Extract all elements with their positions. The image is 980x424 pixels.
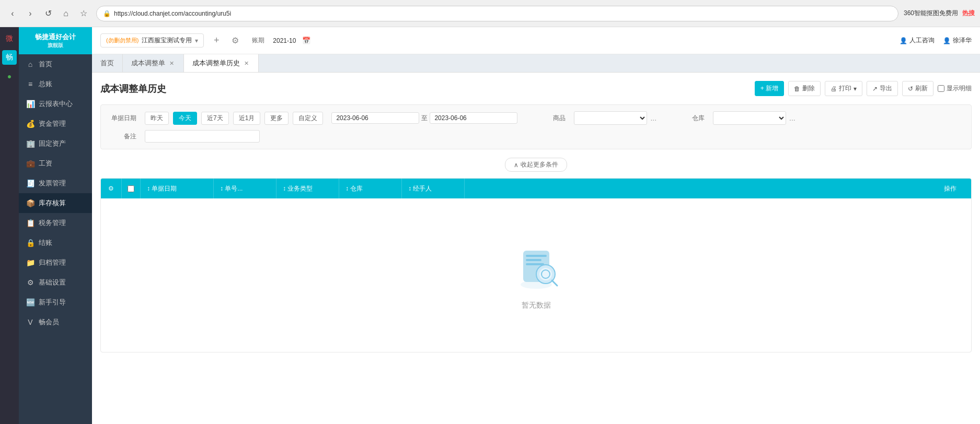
settings-icon[interactable]: ⚙	[229, 34, 241, 47]
calendar-icon[interactable]: 📅	[302, 37, 310, 44]
rail-item-app[interactable]: 畅	[2, 50, 17, 65]
company-warn: (勿删勿禁用)	[106, 37, 139, 44]
date-range-separator: 至	[421, 114, 428, 123]
browser-chrome: ‹ › ↺ ⌂ ☆ 🔒 https://cloud.chanjet.com/ac…	[0, 0, 980, 27]
rail-item-green[interactable]: ●	[2, 69, 17, 84]
print-button[interactable]: 🖨 打印 ▾	[825, 81, 862, 96]
home-button[interactable]: ⌂	[59, 6, 73, 21]
warehouse-select[interactable]	[713, 111, 786, 125]
display-toggle-checkbox[interactable]	[938, 85, 944, 92]
warehouse-filter-label: 仓库	[677, 114, 705, 123]
tab-cost-adjust-close[interactable]: ✕	[168, 60, 175, 67]
sidebar-icon-home: ⌂	[26, 60, 34, 68]
th-checkbox[interactable]	[122, 179, 141, 198]
refresh-button[interactable]: ↺ 刷新	[902, 81, 933, 96]
date-filter-row: 单据日期 昨天 今天 近7天 近1月 更多 自定义 至	[109, 111, 963, 125]
select-all-checkbox[interactable]	[128, 185, 134, 192]
product-select[interactable]	[574, 111, 647, 125]
sidebar-item-home[interactable]: ⌂ 首页	[19, 54, 92, 74]
date-today-button[interactable]: 今天	[173, 112, 197, 125]
sidebar-logo: 畅捷通好会计 旗舰版	[19, 27, 92, 54]
th-type[interactable]: ↕ 业务类型	[276, 179, 339, 198]
export-label: 导出	[880, 84, 892, 93]
th-gear[interactable]: ⚙	[101, 179, 122, 198]
date-filter: 昨天 今天 近7天 近1月 更多 自定义	[145, 112, 323, 125]
sidebar-label-archive: 归档管理	[39, 258, 66, 267]
tab-home[interactable]: 首页	[92, 54, 123, 72]
back-button[interactable]: ‹	[5, 6, 20, 21]
delete-label: 删除	[802, 84, 815, 93]
warehouse-filter-wrapper: ...	[713, 111, 795, 125]
sidebar-item-vip[interactable]: V 畅会员	[19, 312, 92, 332]
date-yesterday-button[interactable]: 昨天	[145, 112, 169, 125]
sidebar-item-tax[interactable]: 📋 税务管理	[19, 213, 92, 233]
delete-icon: 🗑	[794, 85, 800, 92]
sidebar-label-funds: 资金管理	[39, 119, 66, 128]
service-button[interactable]: 👤 人工咨询	[900, 36, 935, 45]
tab-cost-adjust[interactable]: 成本调整单 ✕	[123, 54, 184, 72]
url-text: https://cloud.chanjet.com/accounting/uru…	[114, 10, 231, 17]
new-button[interactable]: + 新增	[755, 81, 784, 96]
date-custom-button[interactable]: 自定义	[293, 112, 323, 125]
tab-cost-adjust-history[interactable]: 成本调整单历史 ✕	[184, 54, 259, 72]
th-warehouse[interactable]: ↕ 仓库	[339, 179, 402, 198]
page-title: 成本调整单历史	[100, 83, 166, 95]
svg-rect-2	[526, 255, 547, 257]
remark-input[interactable]	[145, 130, 260, 143]
sidebar-item-reports[interactable]: 📊 云报表中心	[19, 94, 92, 114]
top-bar: (勿删勿禁用) 江西服宝测试专用 ▾ + ⚙ 账期 2021-10 📅 👤 人工…	[92, 27, 980, 54]
table-header: ⚙ ↕ 单据日期 ↕ 单号... ↕ 业务类型 ↕ 仓库	[101, 179, 971, 198]
th-num[interactable]: ↕ 单号...	[214, 179, 276, 198]
date-1month-button[interactable]: 近1月	[233, 112, 261, 125]
address-bar[interactable]: 🔒 https://cloud.chanjet.com/accounting/u…	[96, 6, 898, 21]
sidebar-item-archive[interactable]: 📁 归档管理	[19, 253, 92, 273]
logo-title: 畅捷通好会计	[35, 32, 76, 42]
sidebar-icon-invoices: 🧾	[26, 179, 34, 187]
sidebar-label-payroll: 工资	[39, 159, 52, 168]
app-container: 微 畅 ● 畅捷通好会计 旗舰版 ⌂ 首页 ≡ 总账 📊 云报表中心 💰 资金管…	[0, 27, 980, 424]
user-name: 徐泽华	[953, 36, 972, 45]
forward-button[interactable]: ›	[23, 6, 38, 21]
tab-cost-adjust-history-close[interactable]: ✕	[243, 60, 250, 67]
sidebar: 畅捷通好会计 旗舰版 ⌂ 首页 ≡ 总账 📊 云报表中心 💰 资金管理 🏢 固定…	[19, 27, 92, 424]
nav-buttons: ‹ › ↺ ⌂ ☆	[5, 6, 91, 21]
add-tab-button[interactable]: +	[210, 34, 223, 47]
date-7days-button[interactable]: 近7天	[201, 112, 229, 125]
sidebar-item-invoices[interactable]: 🧾 发票管理	[19, 173, 92, 193]
date-more-button[interactable]: 更多	[264, 112, 289, 125]
th-operator[interactable]: ↕ 经手人	[402, 179, 465, 198]
main-area: (勿删勿禁用) 江西服宝测试专用 ▾ + ⚙ 账期 2021-10 📅 👤 人工…	[92, 27, 980, 424]
th-date[interactable]: ↕ 单据日期	[141, 179, 214, 198]
hot-search-label: 热搜	[962, 9, 975, 18]
sidebar-item-general-ledger[interactable]: ≡ 总账	[19, 74, 92, 94]
svg-line-7	[552, 280, 557, 286]
sidebar-item-closing[interactable]: 🔒 结账	[19, 233, 92, 253]
star-button[interactable]: ☆	[76, 6, 91, 21]
print-label: 打印	[839, 84, 851, 93]
sidebar-item-fixed-assets[interactable]: 🏢 固定资产	[19, 134, 92, 154]
delete-button[interactable]: 🗑 删除	[788, 81, 821, 96]
top-bar-right: 👤 人工咨询 👤 徐泽华	[900, 36, 972, 45]
sidebar-icon-payroll: 💼	[26, 159, 34, 168]
display-toggle[interactable]: 显示明细	[938, 84, 972, 93]
sidebar-item-guide[interactable]: 🆕 新手引导	[19, 292, 92, 312]
sidebar-item-funds[interactable]: 💰 资金管理	[19, 114, 92, 134]
sidebar-item-settings[interactable]: ⚙ 基础设置	[19, 273, 92, 292]
company-selector[interactable]: (勿删勿禁用) 江西服宝测试专用 ▾	[100, 33, 204, 48]
rail-item-weibo[interactable]: 微	[2, 31, 17, 46]
sidebar-label-settings: 基础设置	[39, 278, 66, 287]
sidebar-item-inventory[interactable]: 📦 库存核算	[19, 193, 92, 213]
company-chevron-icon: ▾	[195, 37, 198, 44]
date-to-input[interactable]	[430, 112, 517, 124]
user-button[interactable]: 👤 徐泽华	[943, 36, 972, 45]
export-button[interactable]: ↗ 导出	[867, 81, 898, 96]
lock-icon: 🔒	[103, 10, 111, 17]
browser-right-controls: 360智能抠图免费用 热搜	[904, 9, 975, 18]
page-actions: + 新增 🗑 删除 🖨 打印 ▾ ↗ 导出 ↺	[755, 81, 972, 96]
warehouse-more-dots[interactable]: ...	[789, 114, 795, 122]
sidebar-item-payroll[interactable]: 💼 工资	[19, 154, 92, 173]
reload-button[interactable]: ↺	[41, 6, 55, 21]
date-from-input[interactable]	[331, 112, 419, 124]
collapse-button[interactable]: ∧ 收起更多条件	[505, 158, 567, 172]
product-more-dots[interactable]: ...	[650, 114, 656, 122]
